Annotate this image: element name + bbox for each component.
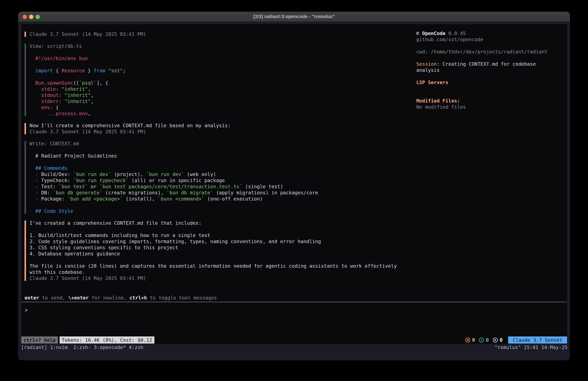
tmux-window-2[interactable]: 2:zsh- bbox=[70, 344, 91, 351]
text-line: github.com/sst/opencode bbox=[416, 37, 568, 43]
input-hints: enter to send, \+enter for newline, ctrl… bbox=[24, 295, 217, 301]
text-line bbox=[30, 202, 397, 208]
text-line: stderr: "inherit", bbox=[30, 98, 397, 104]
text-line: LSP Servers bbox=[416, 79, 568, 86]
window-title: [2/3] radiant:3:opencode - "romulus" bbox=[253, 14, 335, 19]
text-line: ## Code Style bbox=[30, 208, 397, 214]
tmux-window-3[interactable]: 3:opencode* bbox=[91, 344, 126, 351]
text-line: stdin: "inherit", bbox=[30, 86, 397, 92]
text-line: View: script/db.ts bbox=[30, 43, 397, 49]
tmux-status-bar: [radiant] 1:nvim 2:zsh- 3:opencode* 4:zs… bbox=[18, 344, 570, 360]
status-bar-left: ctrl+? help Tokens: 16.4K (8%), Cost: $0… bbox=[21, 336, 154, 344]
text-line: ...process.env, bbox=[30, 111, 397, 117]
text-line: analysis bbox=[416, 67, 568, 73]
hints-icon: h bbox=[493, 337, 498, 343]
text-line: No modified files bbox=[416, 104, 568, 110]
desktop: { "window": { "title": "[2/3] radiant:3:… bbox=[0, 0, 588, 381]
chat-transcript: Claude 3.7 Sonnet (14 May 2025 03:41 PM)… bbox=[24, 31, 397, 287]
text-line: Claude 3.7 Sonnet (14 May 2025 03:41 PM) bbox=[30, 275, 397, 281]
text-line bbox=[30, 49, 397, 55]
message-accent-bar bbox=[24, 221, 26, 281]
text-line: env: { bbox=[30, 104, 397, 111]
text-line: # Radiant Project Guidelines bbox=[30, 153, 397, 159]
text-line bbox=[30, 147, 397, 153]
text-line: Now I'll create a comprehensive CONTEXT.… bbox=[30, 123, 397, 129]
prompt-caret: > bbox=[25, 307, 28, 313]
text-line: ## Commands bbox=[30, 165, 397, 171]
text-line: Write: CONTEXT.md bbox=[30, 141, 397, 147]
text-line bbox=[30, 226, 397, 232]
tool-write-block: Write: CONTEXT.md # Radiant Project Guid… bbox=[24, 141, 397, 214]
message-input[interactable] bbox=[32, 306, 564, 314]
text-line: 3. CSS styling conventions specific to t… bbox=[30, 245, 397, 251]
text-line: - Test: `bun test` or `bun test packages… bbox=[30, 183, 397, 190]
info-sidebar: © OpenCode 0.0.45github.com/sst/opencode… bbox=[416, 30, 568, 110]
text-line bbox=[416, 73, 568, 79]
traffic-lights bbox=[22, 15, 40, 19]
tmux-window-1[interactable]: 1:nvim bbox=[50, 344, 70, 351]
text-line bbox=[30, 159, 397, 165]
text-line bbox=[416, 55, 568, 61]
text-line: Session: Creating CONTEXT.md for codebas… bbox=[416, 61, 568, 67]
text-line bbox=[30, 74, 397, 80]
text-line: 4. Database operations guidance bbox=[30, 251, 397, 257]
input-separator bbox=[21, 302, 567, 302]
text-line: 2. Code style guidelines covering import… bbox=[30, 238, 397, 245]
warnings-icon: W bbox=[465, 337, 470, 343]
assistant-summary-block: I've created a comprehensive CONTEXT.md … bbox=[24, 220, 397, 281]
help-chip[interactable]: ctrl+? help bbox=[21, 336, 58, 344]
message-accent-bar bbox=[24, 32, 26, 37]
text-line: © OpenCode 0.0.45 bbox=[416, 30, 568, 37]
text-line: Bun.spawnSync([`psql`], { bbox=[30, 80, 397, 86]
text-line: Claude 3.7 Sonnet (14 May 2025 03:41 PM) bbox=[30, 31, 397, 37]
message-accent-bar bbox=[24, 123, 26, 134]
text-line bbox=[416, 92, 568, 98]
text-line: - Package: `bun add <package>` (install)… bbox=[30, 196, 397, 202]
window-titlebar: [2/3] radiant:3:opencode - "romulus" bbox=[18, 12, 570, 22]
tmux-session-info: "romulus" 15:41 14-May-25 bbox=[495, 344, 567, 351]
text-line: - Build/Dev: `bun run dev` (project), `b… bbox=[30, 171, 397, 178]
text-line: Modified Files: bbox=[416, 98, 568, 104]
text-line: 1. Build/lint/test commands including ho… bbox=[30, 232, 397, 238]
maximize-button[interactable] bbox=[36, 15, 40, 19]
minimize-button[interactable] bbox=[29, 15, 33, 19]
text-line bbox=[416, 43, 568, 49]
text-line: with this codebase. bbox=[30, 269, 397, 275]
text-line: import { Resource } from "sst"; bbox=[30, 68, 397, 74]
text-line: I've created a comprehensive CONTEXT.md … bbox=[30, 220, 397, 226]
message-accent-bar bbox=[24, 141, 26, 214]
text-line: The file is concise (20 lines) and captu… bbox=[30, 263, 397, 269]
text-line bbox=[416, 86, 568, 92]
opencode-tui: Claude 3.7 Sonnet (14 May 2025 03:41 PM)… bbox=[21, 24, 567, 344]
diagnostic-hints: h0 bbox=[493, 337, 503, 343]
diagnostic-warnings: W0 bbox=[465, 337, 475, 343]
close-button[interactable] bbox=[22, 15, 27, 19]
text-line bbox=[30, 62, 397, 68]
text-line: stdout: "inherit", bbox=[30, 92, 397, 98]
model-chip[interactable]: Claude 3.7 Sonnet bbox=[508, 336, 567, 344]
text-line: Claude 3.7 Sonnet (14 May 2025 03:41 PM) bbox=[30, 129, 397, 135]
message-accent-bar bbox=[24, 44, 26, 116]
text-line: - TypeCheck: `bun run typecheck` (all) o… bbox=[30, 178, 397, 183]
hint-text: enter to send, \+enter for newline, ctrl… bbox=[24, 295, 217, 301]
tmux-window-4[interactable]: 4:zsh bbox=[126, 344, 143, 351]
tmux-session-name: [radiant] bbox=[21, 344, 50, 351]
info-icon: i bbox=[479, 337, 484, 343]
info-count: 0 bbox=[486, 337, 489, 343]
terminal-window: [2/3] radiant:3:opencode - "romulus" Cla… bbox=[18, 12, 570, 360]
assistant-header-block: Claude 3.7 Sonnet (14 May 2025 03:41 PM) bbox=[24, 31, 397, 37]
status-bar-right: W0i0h0 Claude 3.7 Sonnet bbox=[465, 336, 567, 344]
tool-view-block: View: script/db.ts #!/usr/bin/env bun im… bbox=[24, 43, 397, 117]
text-line: - DB: `bun db generate` (create migratio… bbox=[30, 190, 397, 196]
lsp-diagnostics: W0i0h0 bbox=[465, 337, 506, 343]
warnings-count: 0 bbox=[472, 337, 475, 343]
diagnostic-info: i0 bbox=[479, 337, 489, 343]
status-bar: ctrl+? help Tokens: 16.4K (8%), Cost: $0… bbox=[21, 336, 567, 344]
hints-count: 0 bbox=[500, 337, 503, 343]
tokens-cost-chip: Tokens: 16.4K (8%), Cost: $0.12 bbox=[60, 336, 154, 344]
text-line: cwd: /home/thdxr/dev/projects/radiant/ra… bbox=[416, 49, 568, 55]
text-line bbox=[30, 257, 397, 263]
assistant-message-block: Now I'll create a comprehensive CONTEXT.… bbox=[24, 123, 397, 135]
text-line: #!/usr/bin/env bun bbox=[30, 55, 397, 62]
tmux-window-list: [radiant] 1:nvim 2:zsh- 3:opencode* 4:zs… bbox=[21, 344, 144, 351]
